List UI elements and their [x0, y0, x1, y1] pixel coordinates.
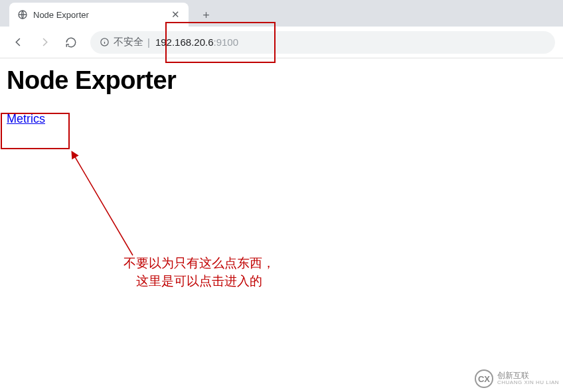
separator: |	[147, 36, 150, 48]
info-icon	[100, 37, 110, 47]
back-button[interactable]	[7, 31, 29, 54]
globe-icon	[17, 9, 28, 20]
close-icon[interactable]: ✕	[170, 9, 181, 20]
watermark-logo: CX	[475, 369, 493, 388]
tab-title: Node Exporter	[33, 10, 165, 20]
watermark: CX 创新互联 CHUANG XIN HU LIAN	[475, 369, 559, 388]
security-label: 不安全	[114, 36, 143, 48]
browser-tab-active[interactable]: Node Exporter ✕	[9, 3, 189, 27]
browser-tab-bar: Node Exporter ✕	[0, 0, 563, 27]
browser-toolbar: 不安全 | 192.168.20.6:9100	[0, 27, 563, 58]
reload-button[interactable]	[60, 31, 82, 54]
annotation-arrow	[66, 149, 146, 262]
annotation-line-1: 不要以为只有这么点东西，	[123, 255, 275, 273]
watermark-text: 创新互联 CHUANG XIN HU LIAN	[497, 371, 559, 386]
annotation-text: 不要以为只有这么点东西， 这里是可以点击进入的	[123, 255, 275, 290]
url-host: 192.168.20.6	[155, 36, 214, 48]
url-text: 192.168.20.6:9100	[155, 36, 238, 48]
svg-line-2	[74, 156, 133, 255]
page-title: Node Exporter	[7, 66, 556, 95]
annotation-line-2: 这里是可以点击进入的	[123, 273, 275, 291]
watermark-sub: CHUANG XIN HU LIAN	[497, 380, 559, 386]
page-content: Node Exporter Metrics	[0, 58, 563, 134]
forward-button[interactable]	[33, 31, 56, 54]
metrics-link[interactable]: Metrics	[7, 112, 45, 125]
security-indicator[interactable]: 不安全 |	[100, 36, 150, 48]
new-tab-button[interactable]	[197, 5, 215, 24]
address-bar[interactable]: 不安全 | 192.168.20.6:9100	[90, 31, 555, 54]
url-port: :9100	[214, 36, 239, 48]
